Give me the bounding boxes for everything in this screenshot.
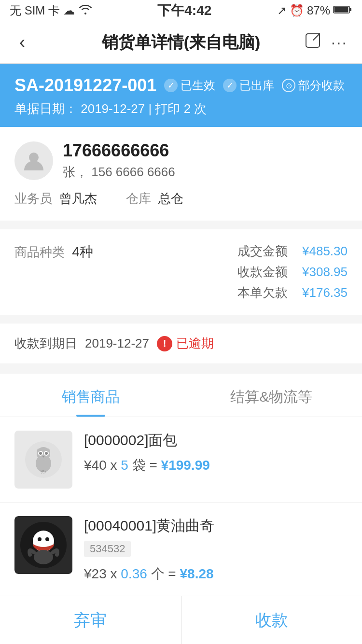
product-type-stat: 商品种类 4种 bbox=[14, 243, 93, 301]
svg-rect-2 bbox=[334, 7, 348, 13]
back-button[interactable]: ‹ bbox=[14, 28, 30, 57]
product-thumb-cookies bbox=[14, 516, 72, 574]
svg-point-17 bbox=[34, 550, 53, 564]
share-icon[interactable] bbox=[304, 32, 321, 53]
nav-bar: ‹ 销货单详情(来自电脑) ··· bbox=[0, 21, 362, 64]
due-section: 收款到期日 2019-12-27 ! 已逾期 bbox=[0, 323, 362, 364]
status-time: 下午4:42 bbox=[157, 1, 211, 20]
svg-text:鸮+: 鸮+ bbox=[41, 470, 47, 474]
tabs-row: 销售商品 结算&物流等 bbox=[0, 374, 362, 417]
product-info-bread: [0000002]面包 ¥40 x 5 袋 = ¥199.99 bbox=[84, 431, 348, 475]
warehouse-value: 总仓 bbox=[158, 191, 183, 206]
debt-label: 本单欠款 bbox=[237, 284, 288, 301]
order-id: SA-20191227-001 bbox=[14, 75, 156, 96]
confirm-button[interactable]: 收款 bbox=[181, 596, 362, 644]
product-item-bread: 鸮+ [0000002]面包 ¥40 x 5 袋 = ¥199.99 bbox=[0, 417, 362, 503]
more-icon[interactable]: ··· bbox=[331, 33, 348, 52]
product-name-bread: [0000002]面包 bbox=[84, 431, 348, 450]
collected-label: 收款金额 bbox=[237, 264, 288, 280]
badge-shipped: ✓ 已出库 bbox=[223, 78, 274, 93]
deal-label: 成交金额 bbox=[237, 243, 288, 260]
collected-value: ¥308.95 bbox=[302, 265, 348, 280]
product-name-cookies: [00040001]黄油曲奇 bbox=[84, 516, 348, 536]
product-price-bread: ¥40 x 5 袋 = ¥199.99 bbox=[84, 456, 348, 475]
warehouse-label: 仓库 bbox=[126, 191, 151, 206]
sim-label: 无 SIM 卡 ☁ bbox=[10, 3, 75, 18]
product-item-cookies: [00040001]黄油曲奇 534532 ¥23 x 0.36 个 = ¥8.… bbox=[0, 503, 362, 597]
product-list: 鸮+ [0000002]面包 ¥40 x 5 袋 = ¥199.99 bbox=[0, 417, 362, 597]
product-thumb-bread: 鸮+ bbox=[14, 431, 72, 489]
svg-point-11 bbox=[45, 452, 48, 455]
alarm-icon: ⏰ bbox=[290, 4, 304, 17]
cancel-button[interactable]: 弃审 bbox=[0, 596, 181, 644]
tab-sales-products[interactable]: 销售商品 bbox=[0, 374, 181, 417]
amount-stats: 成交金额 ¥485.30 收款金额 ¥308.95 本单欠款 ¥176.35 bbox=[237, 243, 348, 301]
customer-contact: 张， 156 6666 6666 bbox=[63, 164, 175, 181]
product-tag-cookies: 534532 bbox=[84, 541, 131, 557]
wifi-icon bbox=[79, 4, 92, 17]
order-date: 单据日期： 2019-12-27 | 打印 2 次 bbox=[14, 100, 348, 117]
deal-value: ¥485.30 bbox=[302, 244, 348, 259]
svg-point-16 bbox=[45, 537, 49, 541]
status-left: 无 SIM 卡 ☁ bbox=[10, 3, 92, 18]
svg-point-15 bbox=[38, 537, 42, 541]
location-icon: ↗ bbox=[277, 4, 287, 17]
status-bar: 无 SIM 卡 ☁ 下午4:42 ↗ ⏰ 87% bbox=[0, 0, 362, 21]
svg-rect-1 bbox=[349, 8, 351, 11]
battery-label: 87% bbox=[307, 4, 330, 17]
badge-activated: ✓ 已生效 bbox=[164, 78, 215, 93]
product-info-cookies: [00040001]黄油曲奇 534532 ¥23 x 0.36 个 = ¥8.… bbox=[84, 516, 348, 583]
badge-partial: ⊙ 部分收款 bbox=[282, 78, 345, 93]
stats-section: 商品种类 4种 成交金额 ¥485.30 收款金额 ¥308.95 本单欠款 ¥… bbox=[0, 229, 362, 315]
due-date: 2019-12-27 bbox=[85, 336, 149, 351]
tabs-section: 销售商品 结算&物流等 bbox=[0, 374, 362, 417]
bottom-bar: 弃审 收款 bbox=[0, 596, 362, 644]
overdue-icon: ! bbox=[157, 336, 172, 351]
product-price-cookies: ¥23 x 0.36 个 = ¥8.28 bbox=[84, 565, 348, 583]
salesman-label: 业务员 bbox=[14, 191, 52, 206]
page-title: 销货单详情(来自电脑) bbox=[102, 31, 261, 54]
due-label: 收款到期日 bbox=[14, 335, 77, 352]
overdue-text: 已逾期 bbox=[176, 335, 214, 352]
nav-actions: ··· bbox=[304, 32, 348, 53]
svg-point-10 bbox=[39, 452, 42, 455]
customer-meta: 业务员 曾凡杰 仓库 总仓 bbox=[14, 190, 348, 207]
customer-section: 17666666666 张， 156 6666 6666 业务员 曾凡杰 仓库 … bbox=[0, 127, 362, 221]
customer-avatar bbox=[14, 141, 53, 180]
tab-settlement[interactable]: 结算&物流等 bbox=[181, 374, 362, 417]
debt-value: ¥176.35 bbox=[302, 285, 348, 300]
overdue-badge: ! 已逾期 bbox=[157, 335, 214, 352]
status-right: ↗ ⏰ 87% bbox=[277, 4, 352, 17]
order-header: SA-20191227-001 ✓ 已生效 ✓ 已出库 ⊙ 部分收款 单据日期：… bbox=[0, 64, 362, 127]
salesman-value: 曾凡杰 bbox=[59, 191, 97, 206]
battery-icon bbox=[333, 4, 352, 17]
customer-phone: 17666666666 bbox=[63, 140, 175, 161]
